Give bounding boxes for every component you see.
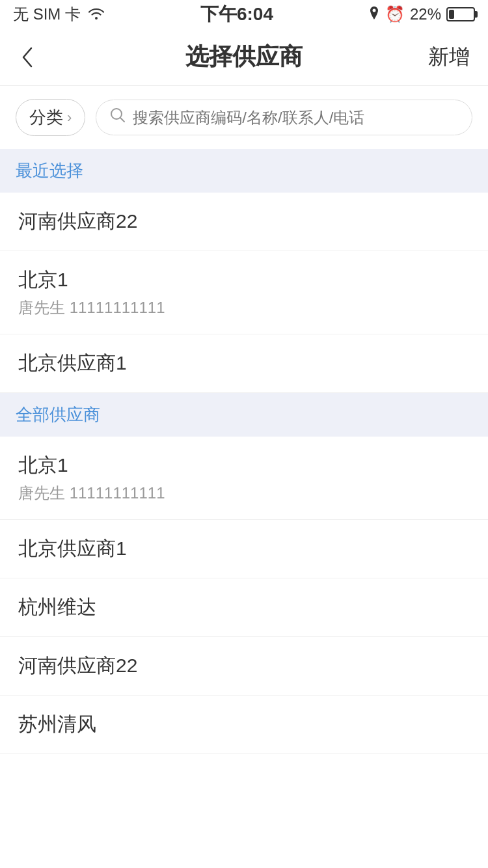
list-item[interactable]: 河南供应商22 <box>0 637 488 696</box>
category-filter-button[interactable]: 分类 › <box>16 99 85 136</box>
list-item[interactable]: 杭州维达 <box>0 578 488 637</box>
chevron-right-icon: › <box>67 109 72 126</box>
item-name: 北京1 <box>18 267 470 293</box>
search-box <box>96 100 472 135</box>
page-title: 选择供应商 <box>70 41 418 73</box>
filter-bar: 分类 › <box>0 86 488 149</box>
location-icon <box>368 5 380 23</box>
item-name: 河南供应商22 <box>18 653 470 679</box>
item-name: 北京供应商1 <box>18 350 470 377</box>
item-name: 河南供应商22 <box>18 208 470 235</box>
category-label: 分类 <box>29 106 63 129</box>
search-icon <box>109 107 126 128</box>
add-button[interactable]: 新增 <box>418 43 470 72</box>
list-item[interactable]: 苏州清风 <box>0 696 488 754</box>
status-time: 下午6:04 <box>200 2 273 27</box>
all-section-header: 全部供应商 <box>0 393 488 437</box>
all-items-list: 北京1唐先生 11111111111北京供应商1杭州维达河南供应商22苏州清风 <box>0 437 488 754</box>
item-name: 北京供应商1 <box>18 536 470 562</box>
wifi-icon <box>87 5 105 23</box>
nav-bar: 选择供应商 新增 <box>0 29 488 86</box>
list-item[interactable]: 北京1唐先生 11111111111 <box>0 437 488 520</box>
recent-items-list: 河南供应商22北京1唐先生 11111111111北京供应商1 <box>0 193 488 393</box>
all-section-label: 全部供应商 <box>16 405 100 424</box>
recent-section-label: 最近选择 <box>16 161 83 180</box>
back-button[interactable] <box>18 43 70 72</box>
recent-section-header: 最近选择 <box>0 149 488 193</box>
search-input[interactable] <box>133 109 459 127</box>
item-contact: 唐先生 11111111111 <box>18 297 470 318</box>
status-bar: 无 SIM 卡 下午6:04 ⏰ 22% <box>0 0 488 29</box>
item-contact: 唐先生 11111111111 <box>18 483 470 504</box>
item-name: 苏州清风 <box>18 711 470 738</box>
list-item[interactable]: 北京1唐先生 11111111111 <box>0 251 488 334</box>
list-item[interactable]: 河南供应商22 <box>0 193 488 251</box>
alarm-icon: ⏰ <box>385 5 405 23</box>
item-name: 北京1 <box>18 452 470 479</box>
status-left: 无 SIM 卡 <box>13 4 105 25</box>
status-right: ⏰ 22% <box>368 5 475 23</box>
battery-icon <box>446 7 475 21</box>
item-name: 杭州维达 <box>18 594 470 621</box>
battery-percent: 22% <box>410 5 441 23</box>
list-item[interactable]: 北京供应商1 <box>0 334 488 393</box>
list-item[interactable]: 北京供应商1 <box>0 520 488 578</box>
no-sim-label: 无 SIM 卡 <box>13 4 81 25</box>
